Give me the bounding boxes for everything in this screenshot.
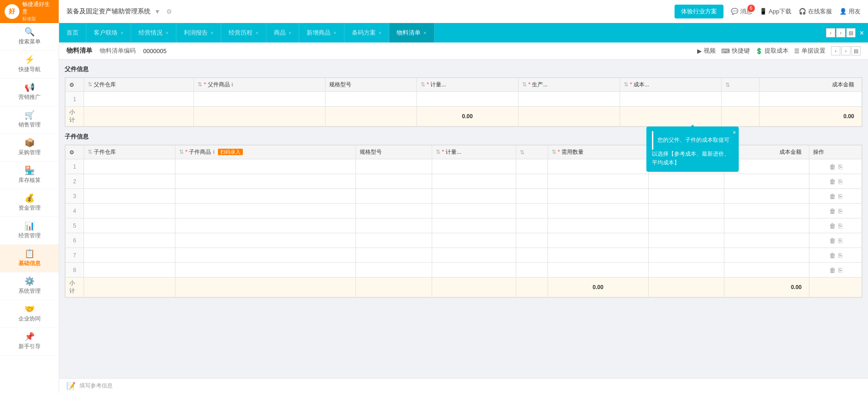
child-cell-quantity-7[interactable] [548, 248, 648, 263]
child-cell-goods-2[interactable] [175, 174, 356, 189]
child-cell-unit-5[interactable] [432, 218, 516, 233]
child-cell-unit-3[interactable] [432, 189, 516, 204]
child-cell-spec-4[interactable] [356, 204, 432, 218]
child-cell-warehouse-1[interactable] [84, 159, 175, 174]
tab-business-close[interactable]: × [165, 30, 168, 36]
sidebar-item-sales[interactable]: 🛒 销售管理 [0, 106, 59, 134]
child-cell-quantity-3[interactable] [548, 189, 648, 204]
page-prev-arrow[interactable]: ‹ [831, 46, 840, 55]
tab-bar-close[interactable]: ✕ [859, 30, 864, 36]
parent-cell-warehouse[interactable] [84, 92, 194, 107]
child-cell-warehouse-5[interactable] [84, 218, 175, 233]
tab-history-close[interactable]: × [255, 30, 258, 36]
child-cell-warehouse-7[interactable] [84, 248, 175, 263]
message-action[interactable]: 💬 消息 6 [731, 7, 752, 16]
child-cell-unit-4[interactable] [432, 204, 516, 218]
child-cell-spec-3[interactable] [356, 189, 432, 204]
child-cell-spec-5[interactable] [356, 218, 432, 233]
child-cell-warehouse-8[interactable] [84, 263, 175, 278]
child-cell-quantity-2[interactable] [548, 174, 648, 189]
delete-icon-5[interactable]: 🗑 [829, 222, 836, 230]
tab-profit-close[interactable]: × [211, 30, 213, 36]
child-cell-quantity-8[interactable] [548, 263, 648, 278]
page-list-btn[interactable]: ▤ [851, 46, 861, 55]
child-cell-unit-cost-3[interactable] [648, 189, 724, 204]
child-cell-unit-2[interactable] [432, 174, 516, 189]
tab-barcode-close[interactable]: × [379, 30, 381, 36]
sidebar-item-quick-nav[interactable]: ⚡ 快捷导航 [0, 51, 59, 79]
parent-cell-cost[interactable] [620, 92, 721, 107]
child-cell-action-2[interactable]: 🗑 ⎘ [809, 174, 862, 189]
copy-icon-3[interactable]: ⎘ [838, 193, 842, 200]
copy-icon-7[interactable]: ⎘ [838, 252, 842, 259]
child-cell-unit-cost-4[interactable] [648, 204, 724, 218]
sidebar-item-marketing[interactable]: 📢 营销推广 [0, 79, 59, 106]
copy-icon-4[interactable]: ⎘ [838, 207, 842, 215]
child-cell-quantity-5[interactable] [548, 218, 648, 233]
child-cell-spec-6[interactable] [356, 233, 432, 248]
sidebar-item-basic-info[interactable]: 📋 基础信息 [0, 245, 59, 272]
tab-menu-arrow[interactable]: ▤ [846, 28, 856, 37]
child-cell-action-5[interactable]: 🗑 ⎘ [809, 218, 862, 233]
tab-prev-arrow[interactable]: ‹ [826, 28, 835, 37]
child-cell-action-6[interactable]: 🗑 ⎘ [809, 233, 862, 248]
sidebar-item-guide[interactable]: 📌 新手引导 [0, 328, 59, 356]
tab-new-goods-close[interactable]: × [333, 30, 336, 36]
copy-icon-2[interactable]: ⎘ [838, 178, 842, 185]
copy-icon-6[interactable]: ⎘ [838, 237, 842, 244]
page-next-arrow[interactable]: › [841, 46, 850, 55]
child-cell-unit-8[interactable] [432, 263, 516, 278]
tab-bom-close[interactable]: × [423, 30, 426, 36]
child-cell-goods-5[interactable] [175, 218, 356, 233]
child-cell-action-8[interactable]: 🗑 ⎘ [809, 263, 862, 278]
delete-icon-8[interactable]: 🗑 [829, 266, 836, 274]
tab-goods-close[interactable]: × [289, 30, 291, 36]
child-cell-spec-2[interactable] [356, 174, 432, 189]
tooltip-close-btn[interactable]: × [733, 128, 736, 137]
tab-home[interactable]: 首页 [59, 23, 86, 42]
sidebar-item-enterprise[interactable]: 🤝 企业协同 [0, 300, 59, 328]
trial-button[interactable]: 体验行业方案 [675, 5, 723, 18]
sidebar-item-purchase[interactable]: 📦 采购管理 [0, 134, 59, 162]
app-download-action[interactable]: 📱 App下载 [760, 7, 791, 16]
child-cell-quantity-1[interactable] [548, 159, 648, 174]
tab-goods[interactable]: 商品 × [266, 23, 299, 42]
child-cell-spec-7[interactable] [356, 248, 432, 263]
tab-business[interactable]: 经营情况 × [131, 23, 176, 42]
sidebar-item-system[interactable]: ⚙️ 系统管理 [0, 272, 59, 300]
child-col-settings[interactable]: ⚙ [66, 145, 84, 159]
settings-icon[interactable]: ⚙ [166, 8, 172, 15]
child-cell-unit-cost-7[interactable] [648, 248, 724, 263]
child-cell-goods-1[interactable] [175, 159, 356, 174]
tab-new-goods[interactable]: 新增商品 × [299, 23, 344, 42]
tab-customer-close[interactable]: × [121, 30, 123, 36]
tab-customer[interactable]: 客户联络 × [86, 23, 131, 42]
child-cell-unit-cost-8[interactable] [648, 263, 724, 278]
parent-cell-goods[interactable] [194, 92, 326, 107]
tab-bom[interactable]: 物料清单 × [389, 23, 434, 42]
child-cell-unit-7[interactable] [432, 248, 516, 263]
child-cell-action-3[interactable]: 🗑 ⎘ [809, 189, 862, 204]
child-cell-goods-6[interactable] [175, 233, 356, 248]
sidebar-item-operation[interactable]: 📊 经营管理 [0, 217, 59, 245]
user-action[interactable]: 👤 用友 [839, 7, 861, 16]
delete-icon-1[interactable]: 🗑 [829, 163, 836, 170]
child-cell-goods-8[interactable] [175, 263, 356, 278]
delete-icon-3[interactable]: 🗑 [829, 193, 836, 200]
sidebar-item-search[interactable]: 🔍 搜索菜单 [0, 23, 59, 51]
extract-cost-btn[interactable]: 💲 提取成本 [755, 47, 789, 55]
copy-icon-8[interactable]: ⎘ [838, 266, 842, 274]
online-service-action[interactable]: 🎧 在线客服 [799, 7, 832, 16]
parent-cell-spec[interactable] [326, 92, 417, 107]
child-cell-action-7[interactable]: 🗑 ⎘ [809, 248, 862, 263]
child-cell-action-4[interactable]: 🗑 ⎘ [809, 204, 862, 218]
child-cell-warehouse-4[interactable] [84, 204, 175, 218]
parent-col-settings[interactable]: ⚙ [66, 78, 84, 92]
sidebar-item-finance[interactable]: 💰 资金管理 [0, 189, 59, 217]
copy-icon-1[interactable]: ⎘ [838, 163, 842, 170]
child-cell-spec-8[interactable] [356, 263, 432, 278]
tab-next-arrow[interactable]: › [836, 28, 845, 37]
child-cell-spec-1[interactable] [356, 159, 432, 174]
delete-icon-6[interactable]: 🗑 [829, 237, 836, 244]
child-cell-unit-cost-2[interactable] [648, 174, 724, 189]
